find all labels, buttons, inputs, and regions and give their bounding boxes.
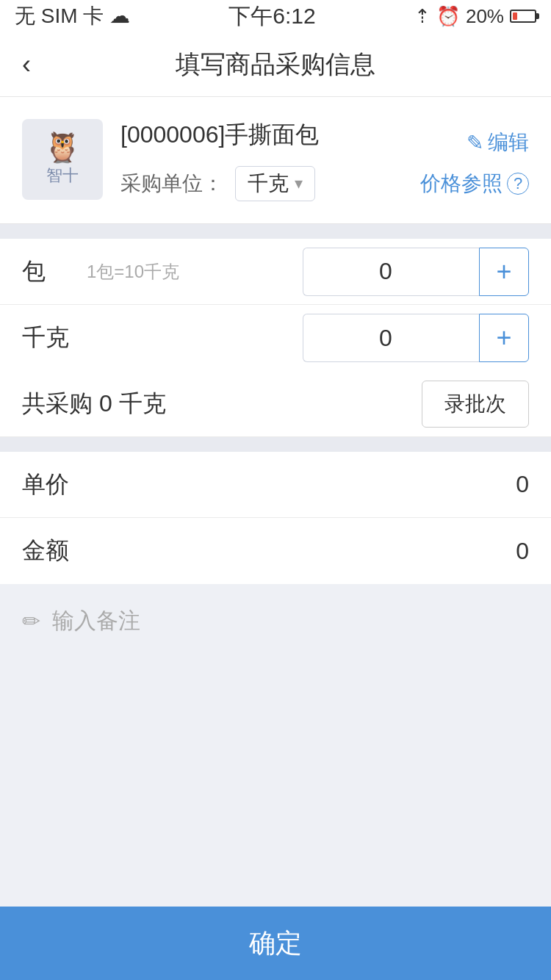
amount-label: 金额 — [22, 535, 69, 567]
price-section: 单价 0 金额 0 — [0, 452, 551, 584]
package-plus-button[interactable]: + — [479, 248, 529, 296]
unit-price-value: 0 — [516, 471, 529, 498]
status-left: 无 SIM 卡 ☁ — [15, 2, 130, 30]
unit-price-row: 单价 0 — [0, 452, 551, 518]
amount-value: 0 — [516, 538, 529, 565]
edit-icon: ✎ — [467, 131, 483, 155]
product-info: [0000006]手撕面包 ✎ 编辑 采购单位： 千克 ▾ 价格参照 ? — [120, 119, 529, 201]
product-meta: 采购单位： 千克 ▾ 价格参照 ? — [120, 166, 529, 201]
brand-text: 智十 — [46, 165, 79, 187]
input-section: 包 1包=10千克 + 千克 + — [0, 239, 551, 371]
status-right: ⇡ ⏰ 20% — [414, 5, 536, 28]
owl-icon: 🦉 — [44, 132, 81, 162]
location-icon: ⇡ — [414, 5, 431, 28]
package-input-row: 包 1包=10千克 + — [0, 239, 551, 305]
page-title: 填写商品采购信息 — [176, 48, 375, 82]
product-card: 🦉 智十 [0000006]手撕面包 ✎ 编辑 采购单位： 千克 ▾ 价格参照 … — [0, 97, 551, 224]
package-qty-input[interactable] — [303, 248, 479, 296]
product-thumbnail: 🦉 智十 — [22, 119, 103, 200]
summary-section: 共采购 0 千克 录批次 — [0, 371, 551, 437]
package-input-right: + — [303, 248, 529, 296]
batch-button[interactable]: 录批次 — [422, 381, 529, 428]
confirm-button[interactable]: 确定 — [0, 907, 551, 980]
note-placeholder: 输入备注 — [52, 606, 140, 636]
kg-input-right: + — [303, 314, 529, 362]
summary-text: 共采购 0 千克 — [22, 388, 166, 420]
status-time: 下午6:12 — [228, 1, 315, 32]
product-name: [0000006]手撕面包 — [120, 119, 319, 151]
alarm-icon: ⏰ — [436, 5, 460, 28]
status-bar: 无 SIM 卡 ☁ 下午6:12 ⇡ ⏰ 20% — [0, 0, 551, 32]
package-sub-label: 1包=10千克 — [87, 260, 179, 284]
back-button[interactable]: ‹ — [15, 42, 38, 87]
section-divider-1 — [0, 224, 551, 239]
unit-dropdown[interactable]: 千克 ▾ — [235, 166, 315, 201]
unit-price-label: 单价 — [22, 469, 69, 501]
note-section[interactable]: ✏ 输入备注 — [0, 584, 551, 658]
battery-percent: 20% — [466, 5, 504, 28]
chevron-down-icon: ▾ — [295, 174, 303, 193]
battery-icon — [510, 10, 536, 23]
price-ref-button[interactable]: 价格参照 ? — [420, 170, 529, 198]
amount-row: 金额 0 — [0, 518, 551, 584]
kg-plus-button[interactable]: + — [479, 314, 529, 362]
help-icon: ? — [507, 173, 529, 195]
edit-button[interactable]: ✎ 编辑 — [467, 129, 529, 156]
content-spacer — [0, 658, 551, 907]
kg-qty-input[interactable] — [303, 314, 479, 362]
nav-bar: ‹ 填写商品采购信息 — [0, 32, 551, 97]
pencil-icon: ✏ — [22, 608, 40, 634]
sim-status: 无 SIM 卡 ☁ — [15, 2, 130, 30]
unit-value: 千克 — [248, 170, 289, 198]
kg-label: 千克 — [22, 322, 81, 354]
kg-input-row: 千克 + — [0, 305, 551, 371]
section-divider-2 — [0, 437, 551, 452]
unit-label: 采购单位： — [120, 170, 223, 198]
package-label: 包 — [22, 256, 81, 288]
